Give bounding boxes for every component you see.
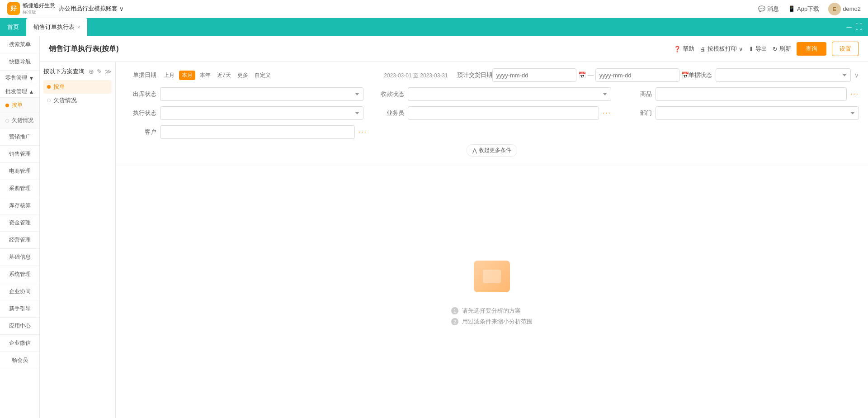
operations-label: 经营管理 (9, 237, 31, 243)
hint-num-2: 2 (451, 318, 458, 325)
filter-group-outbound: 出库状态 (125, 87, 363, 101)
export-button[interactable]: ⬇ 导出 (749, 45, 767, 53)
sidebar-item-apps[interactable]: 应用中心 (0, 318, 39, 335)
active-dot-icon (5, 104, 9, 107)
sidebar-item-enterprise[interactable]: 企业协同 (0, 283, 39, 300)
print-button[interactable]: 🖨 按模板打印 ∨ (700, 45, 743, 53)
user-avatar-area[interactable]: E demo2 (828, 3, 861, 15)
shortage-dot (47, 99, 51, 102)
sidebar-item-marketing[interactable]: 营销推广 (0, 128, 39, 146)
sidebar-item-member[interactable]: 畅会员 (0, 352, 39, 369)
quick-nav-label: 快捷导航 (2, 58, 38, 66)
messages-button[interactable]: 💬 消息 (758, 5, 779, 13)
sidebar-item-retail[interactable]: 零售管理 ▼ (0, 71, 39, 84)
purchase-label: 采购管理 (9, 185, 31, 191)
edit-scheme-icon[interactable]: ✎ (97, 68, 102, 75)
shortcut-this-year[interactable]: 本年 (198, 71, 212, 80)
maximize-icon[interactable]: ⛶ (855, 23, 863, 31)
sidebar-item-guide[interactable]: 新手引导 (0, 300, 39, 318)
logo-text-area: 畅捷通好生意 标准版 (23, 2, 55, 15)
sidebar-sub-shortage[interactable]: 欠货情况 (0, 113, 39, 128)
page-title: 销售订单执行表(按单) (49, 44, 119, 54)
exec-select[interactable] (160, 106, 363, 120)
scheme-shortage-label: 欠货情况 (53, 96, 77, 104)
sidebar-sub-by-order[interactable]: 按单 (0, 98, 39, 113)
user-label: demo2 (843, 5, 861, 12)
breadcrumb: 办公用品行业模拟账套 ∨ (59, 5, 124, 13)
scheme-by-order[interactable]: 按单 (43, 80, 112, 94)
outbound-select[interactable] (160, 87, 363, 101)
sidebar-search[interactable]: 搜索菜单 (0, 36, 39, 53)
nav-tabs: 首页 销售订单执行表 × ─ ⛶ (0, 18, 868, 36)
sidebar-item-inventory[interactable]: 库存核算 (0, 197, 39, 214)
expected-date-label: 预计交货日期 (457, 71, 489, 79)
topbar-right: 💬 消息 📱 App下载 E demo2 (758, 3, 861, 15)
goods-input[interactable] (656, 87, 847, 101)
add-scheme-icon[interactable]: ⊕ (89, 68, 94, 75)
left-panel: 按以下方案查询 ⊕ ✎ ≫ 按单 欠货情况 (40, 62, 116, 418)
set-button[interactable]: 设置 (832, 42, 859, 56)
dept-label: 部门 (620, 109, 652, 117)
messages-label: 消息 (767, 5, 779, 13)
filter-group-exec: 执行状态 (125, 106, 363, 120)
salesperson-more-icon[interactable]: ··· (603, 109, 611, 117)
order-status-select[interactable] (716, 68, 851, 82)
collapse-scheme-icon[interactable]: ≫ (105, 68, 112, 75)
shortcut-7days[interactable]: 近7天 (215, 71, 233, 80)
minimize-icon[interactable]: ─ (847, 23, 852, 31)
filter-row-3: 执行状态 业务员 ··· 部门 (125, 106, 859, 120)
goods-more-icon[interactable]: ··· (850, 90, 859, 98)
marketing-label: 营销推广 (9, 133, 31, 140)
tab-close-icon[interactable]: × (77, 24, 80, 30)
customer-more-icon[interactable]: ··· (359, 128, 367, 136)
sidebar-item-ecommerce[interactable]: 电商管理 (0, 163, 39, 180)
tab-home[interactable]: 首页 (0, 18, 26, 36)
right-panel: 单据日期 上月 本月 本年 近7天 更多 自定义 2023-03-01 至 20… (116, 62, 868, 418)
apps-label: 应用中心 (9, 323, 31, 329)
payment-select[interactable] (408, 87, 611, 101)
shortcut-last-month[interactable]: 上月 (162, 71, 176, 80)
help-label: 帮助 (683, 45, 694, 53)
sidebar-item-wholesale[interactable]: 批发管理 ▲ (0, 84, 39, 98)
sidebar-item-sales[interactable]: 销售管理 (0, 146, 39, 163)
dot-icon (5, 119, 9, 123)
ecommerce-label: 电商管理 (9, 168, 31, 174)
expected-date-start[interactable] (492, 68, 576, 82)
shortcut-custom[interactable]: 自定义 (253, 71, 273, 80)
customer-input[interactable] (160, 125, 355, 139)
sidebar-item-wechat[interactable]: 企业微信 (0, 335, 39, 352)
refresh-button[interactable]: ↻ 刷新 (773, 45, 791, 53)
filter-area: 按以下方案查询 ⊕ ✎ ≫ 按单 欠货情况 (40, 62, 868, 418)
help-button[interactable]: ❓ 帮助 (674, 45, 694, 53)
filter-group-date: 单据日期 上月 本月 本年 近7天 更多 自定义 (125, 71, 375, 80)
salesperson-input[interactable] (408, 106, 599, 120)
logo-label: 标准版 (23, 9, 55, 15)
scheme-shortage[interactable]: 欠货情况 (43, 94, 112, 107)
guide-label: 新手引导 (9, 305, 31, 312)
sidebar-item-operations[interactable]: 经营管理 (0, 232, 39, 249)
sidebar-item-basic[interactable]: 基础信息 (0, 249, 39, 266)
filter-group-expected-date: 预计交货日期 📅 — 📅 (457, 68, 671, 82)
sub-by-order-label: 按单 (12, 101, 23, 109)
dept-select[interactable] (656, 106, 859, 120)
sidebar-quick-nav[interactable]: 快捷导航 (0, 53, 39, 71)
calendar-start-icon[interactable]: 📅 (578, 71, 586, 79)
breadcrumb-text: 办公用品行业模拟账套 (59, 5, 118, 13)
tab-sales-order[interactable]: 销售订单执行表 × (26, 18, 87, 36)
order-status-expand-icon[interactable]: ∨ (854, 72, 859, 79)
enterprise-label: 企业协同 (9, 288, 31, 294)
page-actions: ❓ 帮助 🖨 按模板打印 ∨ ⬇ 导出 ↻ 刷新 查询 设置 (674, 42, 859, 56)
shortcut-this-month[interactable]: 本月 (179, 71, 195, 80)
shortcut-more[interactable]: 更多 (236, 71, 250, 80)
basic-label: 基础信息 (9, 254, 31, 260)
sidebar-item-system[interactable]: 系统管理 (0, 266, 39, 283)
help-icon: ❓ (674, 46, 681, 52)
sidebar-item-purchase[interactable]: 采购管理 (0, 180, 39, 197)
app-download-button[interactable]: 📱 App下载 (788, 5, 819, 13)
print-chevron: ∨ (739, 46, 743, 52)
breadcrumb-chevron[interactable]: ∨ (119, 5, 124, 12)
sidebar-item-finance[interactable]: 资金管理 (0, 214, 39, 232)
query-button[interactable]: 查询 (797, 42, 826, 56)
collapse-button[interactable]: ⋀ 收起更多条件 (467, 144, 517, 157)
expected-date-end[interactable] (595, 68, 679, 82)
